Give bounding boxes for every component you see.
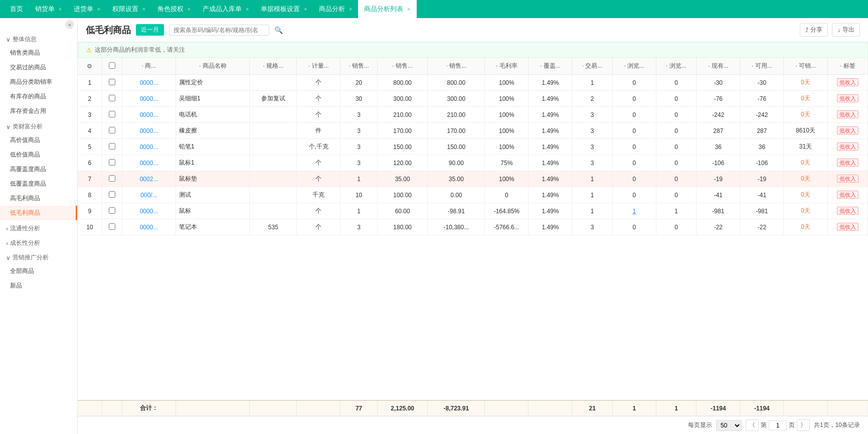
- col-available[interactable]: · 可用...: [740, 58, 784, 75]
- sidebar-group-growth[interactable]: › 成长性分析: [0, 235, 77, 249]
- col-browse1[interactable]: · 浏览...: [612, 58, 656, 75]
- table-row: 10 0000... 笔记本 535 个 3 180.00 -10,380...…: [78, 219, 868, 235]
- close-icon[interactable]: ×: [304, 6, 307, 12]
- col-qty[interactable]: · 销售...: [340, 58, 378, 75]
- cell-checkbox[interactable]: [102, 171, 122, 187]
- content-area: 低毛利商品 近一月 🔍 ⤴ 分享 ↓ 导出 ⚠ 这部分商品的利润非常低，请关注: [78, 18, 868, 434]
- cell-checkbox[interactable]: [102, 139, 122, 155]
- col-saleable[interactable]: · 可销...: [784, 58, 827, 75]
- sidebar-item-high-value[interactable]: 高价值商品: [0, 133, 77, 148]
- col-tag[interactable]: · 标签: [827, 58, 867, 75]
- sidebar-item-high-margin[interactable]: 高毛利商品: [0, 191, 77, 206]
- col-spec[interactable]: · 规格...: [250, 58, 297, 75]
- cell-sales2: 100%: [485, 75, 529, 91]
- cell-stock: -981: [697, 203, 740, 219]
- search-input[interactable]: [169, 25, 269, 36]
- sidebar-item-low-value[interactable]: 低价值商品: [0, 148, 77, 162]
- sidebar-item-high-coverage[interactable]: 高覆盖度商品: [0, 162, 77, 177]
- table-header-row: ⚙ · 商... · 商品名称 · 规格... · 计量... · 销售... …: [78, 58, 868, 75]
- close-icon[interactable]: ×: [142, 6, 145, 12]
- nav-permissions[interactable]: 权限设置 ×: [106, 0, 151, 18]
- cell-tag: 低收入: [827, 203, 867, 219]
- cell-spec: 535: [250, 219, 297, 235]
- alert-text: 这部分商品的利润非常低，请关注: [95, 46, 185, 54]
- cell-trade: 3: [572, 219, 612, 235]
- cell-browse1: 0: [612, 219, 656, 235]
- sidebar-group-liquidity[interactable]: › 流通性分析: [0, 220, 77, 235]
- col-sales-amt[interactable]: · 销售...: [428, 58, 485, 75]
- export-button[interactable]: ↓ 导出: [832, 23, 860, 37]
- sidebar-group-marketing[interactable]: ∨ 营销推广分析: [0, 249, 77, 264]
- col-code[interactable]: · 商...: [122, 58, 176, 75]
- table-row: 3 0000... 电话机 个 3 210.00 210.00 100% 1.4…: [78, 107, 868, 123]
- cell-checkbox[interactable]: [102, 155, 122, 171]
- col-gross[interactable]: · 毛利率: [485, 58, 529, 75]
- prev-page-button[interactable]: 〈: [746, 419, 759, 431]
- page-number-input[interactable]: [769, 420, 787, 430]
- nav-product-analysis-list[interactable]: 商品分析列表 ×: [358, 0, 416, 18]
- col-unit[interactable]: · 计量...: [297, 58, 340, 75]
- close-icon[interactable]: ×: [97, 6, 100, 12]
- cell-sales2: 100%: [485, 91, 529, 107]
- sidebar-item-traded-products[interactable]: 交易过的商品: [0, 60, 77, 75]
- cell-trade: 1: [572, 75, 612, 91]
- nav-home[interactable]: 首页: [4, 0, 29, 18]
- cell-checkbox[interactable]: [102, 75, 122, 91]
- nav-sales[interactable]: 销货单 ×: [29, 0, 68, 18]
- share-button[interactable]: ⤴ 分享: [800, 23, 828, 37]
- cell-row-num: 8: [78, 187, 102, 203]
- cell-checkbox[interactable]: [102, 219, 122, 235]
- col-name[interactable]: · 商品名称: [176, 58, 250, 75]
- nav-roles[interactable]: 角色授权 ×: [151, 0, 197, 18]
- collapse-sidebar-button[interactable]: «: [65, 20, 74, 29]
- totals-label: 合计：: [122, 401, 176, 416]
- sidebar-item-new-products[interactable]: 新品: [0, 278, 77, 293]
- close-icon[interactable]: ×: [349, 6, 352, 12]
- col-coverage[interactable]: · 覆盖...: [529, 58, 572, 75]
- nav-product-analysis[interactable]: 商品分析 ×: [313, 0, 358, 18]
- cell-stock: -19: [697, 171, 740, 187]
- cell-spec: [250, 139, 297, 155]
- col-settings[interactable]: ⚙: [78, 58, 102, 75]
- cell-browse1[interactable]: 1: [612, 203, 656, 219]
- col-stock[interactable]: · 现有...: [697, 58, 740, 75]
- cell-checkbox[interactable]: [102, 203, 122, 219]
- cell-browse1: 0: [612, 75, 656, 91]
- per-page-select[interactable]: 50 100 200: [716, 420, 742, 431]
- alert-bar: ⚠ 这部分商品的利润非常低，请关注: [78, 42, 868, 58]
- sidebar-item-category-sales[interactable]: 商品分类助销率: [0, 75, 77, 89]
- cell-checkbox[interactable]: [102, 107, 122, 123]
- nav-template[interactable]: 单据模板设置 ×: [255, 0, 313, 18]
- close-icon[interactable]: ×: [59, 6, 62, 12]
- sidebar-item-low-margin[interactable]: 低毛利商品: [0, 206, 77, 220]
- cell-spec: [250, 171, 297, 187]
- cell-tag: 低收入: [827, 139, 867, 155]
- sidebar-group-wealth[interactable]: ∨ 类财富分析: [0, 118, 77, 133]
- close-icon[interactable]: ×: [188, 6, 191, 12]
- sidebar-item-sales-products[interactable]: 销售类商品: [0, 46, 77, 60]
- close-icon[interactable]: ×: [407, 6, 410, 12]
- select-all-checkbox[interactable]: [109, 62, 115, 69]
- col-checkbox[interactable]: [102, 58, 122, 75]
- cell-checkbox[interactable]: [102, 123, 122, 139]
- cell-spec: [250, 155, 297, 171]
- nav-product-entry[interactable]: 产成品入库单 ×: [197, 0, 255, 18]
- sidebar-item-all-products[interactable]: 全部商品: [0, 264, 77, 278]
- cell-trade: 2: [572, 91, 612, 107]
- col-trade[interactable]: · 交易...: [572, 58, 612, 75]
- col-browse2[interactable]: · 浏览...: [656, 58, 696, 75]
- sidebar-item-stock-capital[interactable]: 库存资金占用: [0, 104, 77, 118]
- sidebar-group-overall[interactable]: ∨ 整体信息: [0, 31, 77, 46]
- cell-checkbox[interactable]: [102, 187, 122, 203]
- sidebar-item-stocked-products[interactable]: 有库存的商品: [0, 89, 77, 104]
- close-icon[interactable]: ×: [246, 6, 249, 12]
- nav-purchase[interactable]: 进货单 ×: [68, 0, 106, 18]
- sidebar-item-low-coverage[interactable]: 低覆盖度商品: [0, 177, 77, 191]
- col-price[interactable]: · 销售...: [377, 58, 427, 75]
- search-icon[interactable]: 🔍: [274, 26, 283, 34]
- filter-recent-month-button[interactable]: 近一月: [136, 24, 164, 36]
- next-page-button[interactable]: 〉: [797, 419, 810, 431]
- cell-sales2: 100%: [485, 139, 529, 155]
- cell-checkbox[interactable]: [102, 91, 122, 107]
- cell-sales: 150.00: [428, 139, 485, 155]
